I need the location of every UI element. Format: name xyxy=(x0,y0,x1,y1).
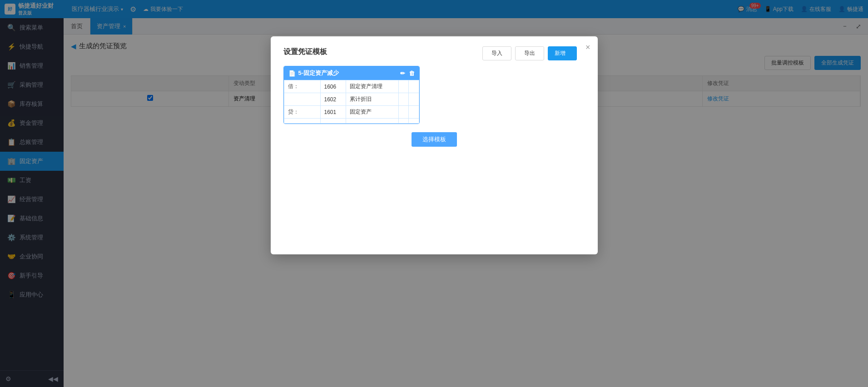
template-row-1: 1602 累计折旧 xyxy=(284,93,419,106)
template-row-0: 借： 1606 固定资产清理 xyxy=(284,80,419,93)
template-row-empty xyxy=(284,119,419,124)
entry-code-1: 1602 xyxy=(320,93,346,106)
template-card: 📄 5-固定资产减少 ✏ 🗑 借： 1606 xyxy=(283,66,420,124)
template-name: 5-固定资产减少 xyxy=(298,69,339,77)
entry-remark-2 xyxy=(409,106,419,119)
dialog-toolbar: 导入 导出 新增 xyxy=(482,46,577,60)
entry-direction-1 xyxy=(284,93,320,106)
export-button[interactable]: 导出 xyxy=(515,46,544,60)
select-template-button[interactable]: 选择模板 xyxy=(412,132,457,147)
import-button[interactable]: 导入 xyxy=(482,46,511,60)
entry-account-2: 固定资产 xyxy=(346,106,399,119)
template-card-header: 📄 5-固定资产减少 ✏ 🗑 xyxy=(284,66,419,80)
dialog: 设置凭证模板 导入 导出 新增 × 📄 5-固定资产减少 ✏ xyxy=(271,36,598,254)
entry-direction-2: 贷： xyxy=(284,106,320,119)
entry-account-1: 累计折旧 xyxy=(346,93,399,106)
template-area: 📄 5-固定资产减少 ✏ 🗑 借： 1606 xyxy=(283,66,585,147)
entry-code-0: 1606 xyxy=(320,80,346,93)
dialog-title: 设置凭证模板 xyxy=(283,47,327,57)
entry-remark-0 xyxy=(409,80,419,93)
entry-amount-1 xyxy=(399,93,409,106)
entry-account-0: 固定资产清理 xyxy=(346,80,399,93)
delete-template-icon[interactable]: 🗑 xyxy=(409,70,415,77)
template-row-2: 贷： 1601 固定资产 xyxy=(284,106,419,119)
edit-template-icon[interactable]: ✏ xyxy=(400,70,405,77)
entry-code-2: 1601 xyxy=(320,106,346,119)
entry-amount-0 xyxy=(399,80,409,93)
entry-amount-2 xyxy=(399,106,409,119)
template-doc-icon: 📄 xyxy=(288,70,296,77)
card-title-left: 📄 5-固定资产减少 xyxy=(288,69,339,77)
card-actions: ✏ 🗑 xyxy=(400,70,415,77)
entry-remark-1 xyxy=(409,93,419,106)
dialog-close-button[interactable]: × xyxy=(585,43,590,52)
template-table: 借： 1606 固定资产清理 1602 累计折旧 xyxy=(284,80,419,124)
new-button[interactable]: 新增 xyxy=(548,46,577,60)
modal-overlay: 设置凭证模板 导入 导出 新增 × 📄 5-固定资产减少 ✏ xyxy=(0,0,868,387)
entry-direction-0: 借： xyxy=(284,80,320,93)
